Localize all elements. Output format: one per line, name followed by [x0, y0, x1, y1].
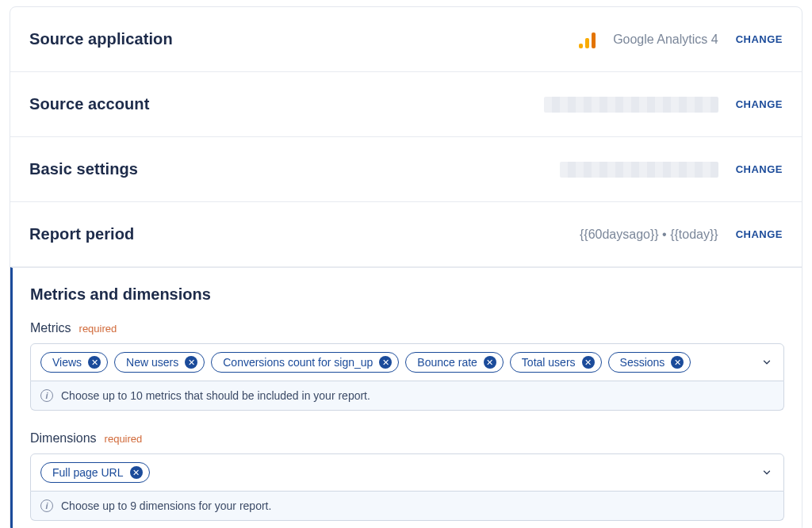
remove-chip-icon[interactable]: ✕	[379, 356, 392, 369]
dimensions-select[interactable]: Full page URL✕	[30, 453, 784, 492]
section-metrics-dimensions: Metrics and dimensions Metrics required …	[10, 267, 802, 528]
remove-chip-icon[interactable]: ✕	[484, 356, 496, 369]
row-source-application: Source application Google Analytics 4 CH…	[10, 7, 802, 72]
metrics-chip: Sessions✕	[608, 352, 691, 373]
metrics-label: Metrics	[30, 321, 71, 335]
report-period-value: {{60daysago}} • {{today}}	[580, 228, 718, 242]
metrics-chip: Total users✕	[510, 352, 602, 373]
chip-label: Bounce rate	[417, 356, 477, 369]
remove-chip-icon[interactable]: ✕	[671, 356, 684, 369]
row-title: Basic settings	[29, 160, 138, 178]
metrics-select[interactable]: Views✕New users✕Conversions count for si…	[30, 343, 784, 381]
row-report-period: Report period {{60daysago}} • {{today}} …	[10, 202, 802, 267]
dimensions-required: required	[105, 433, 143, 445]
metrics-hint: i Choose up to 10 metrics that should be…	[30, 381, 784, 411]
source-account-value-redacted	[544, 97, 718, 113]
metrics-chip: New users✕	[114, 352, 205, 373]
chip-label: Conversions count for sign_up	[223, 356, 373, 369]
chip-label: Full page URL	[52, 466, 124, 479]
google-analytics-icon	[579, 31, 596, 48]
remove-chip-icon[interactable]: ✕	[88, 356, 101, 369]
row-title: Source application	[29, 30, 173, 48]
row-title: Source account	[29, 95, 149, 113]
section-title: Metrics and dimensions	[30, 285, 784, 304]
basic-settings-value-redacted	[560, 162, 718, 178]
metrics-required: required	[79, 323, 117, 335]
dimensions-label: Dimensions	[30, 431, 97, 446]
dimensions-hint-text: Choose up to 9 dimensions for your repor…	[61, 499, 271, 512]
remove-chip-icon[interactable]: ✕	[185, 356, 197, 369]
chip-label: New users	[126, 356, 178, 369]
change-basic-settings-button[interactable]: CHANGE	[736, 163, 783, 175]
chevron-down-icon	[761, 467, 772, 478]
metrics-chip: Bounce rate✕	[405, 352, 504, 373]
chip-label: Views	[52, 356, 82, 369]
change-report-period-button[interactable]: CHANGE	[736, 228, 783, 240]
metrics-hint-text: Choose up to 10 metrics that should be i…	[61, 389, 370, 402]
metrics-chip: Views✕	[40, 352, 108, 373]
metrics-chip: Conversions count for sign_up✕	[211, 352, 399, 373]
chevron-down-icon	[761, 357, 772, 368]
source-application-value: Google Analytics 4	[613, 33, 718, 47]
dimensions-chip: Full page URL✕	[40, 462, 150, 483]
chip-label: Total users	[522, 356, 576, 369]
info-icon: i	[40, 389, 53, 402]
metrics-label-row: Metrics required	[30, 321, 784, 335]
change-source-application-button[interactable]: CHANGE	[736, 33, 783, 45]
row-title: Report period	[29, 225, 134, 243]
dimensions-label-row: Dimensions required	[30, 431, 784, 446]
change-source-account-button[interactable]: CHANGE	[736, 98, 783, 110]
config-panel: Source application Google Analytics 4 CH…	[10, 6, 802, 528]
info-icon: i	[40, 499, 53, 512]
remove-chip-icon[interactable]: ✕	[582, 356, 595, 369]
dimensions-hint: i Choose up to 9 dimensions for your rep…	[30, 492, 784, 521]
chip-label: Sessions	[620, 356, 665, 369]
remove-chip-icon[interactable]: ✕	[130, 466, 143, 479]
row-basic-settings: Basic settings CHANGE	[10, 137, 802, 202]
row-source-account: Source account CHANGE	[10, 72, 802, 137]
